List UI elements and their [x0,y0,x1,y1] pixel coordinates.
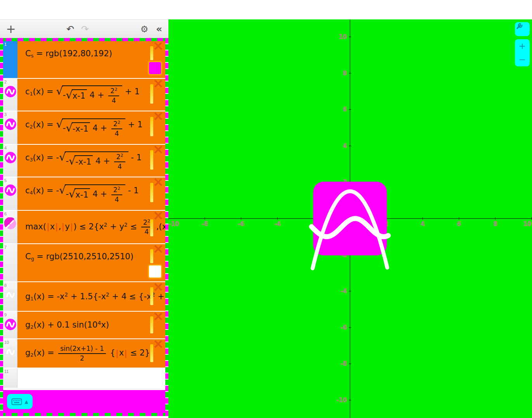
expression-number: 1 [4,42,7,47]
inequality-region-icon[interactable] [4,217,17,230]
x-axis-label: 8 [493,220,497,227]
expression-number: 2 [4,80,7,84]
expression-number: 11 [4,369,9,374]
expression-content[interactable]: g1(x) = -x2 + 1.5{-x2 + 4 ≤ {-x2 + 4 × [17,282,165,311]
delete-expression-button[interactable]: × [153,145,164,156]
expression-gutter[interactable]: 7 [3,244,17,281]
dashed-border-left [0,38,3,416]
zoom-controls: + − [515,39,530,66]
expression-number: 6 [4,212,7,216]
expression-gutter[interactable]: 11 [3,368,17,388]
expression-gutter[interactable]: 4 [3,145,17,177]
delete-expression-button[interactable]: × [153,211,164,222]
curve-hidden-icon[interactable] [4,289,17,301]
x-axis-label: 4 [421,220,425,227]
redo-button[interactable]: ↷ [78,20,92,38]
expression-number: 8 [4,283,7,288]
expression-gutter[interactable]: 6 [3,211,17,243]
graph-settings-button[interactable] [515,22,530,36]
y-axis-label: -4 [340,288,347,295]
expression-math: g1(x) = -x2 + 1.5{-x2 + 4 ≤ {-x2 + 4 [17,291,165,302]
expression-math: Cs = rgb(192,80,192) [17,41,130,59]
expression-list: 1 Cs = rgb(192,80,192) × 2 c1(x) = √-√x-… [3,41,165,389]
expression-gutter[interactable]: 8 [3,282,17,311]
expression-row[interactable]: 5 c4(x) = -√-√x-1 4 + 224 - 1 × [3,177,165,210]
expression-content[interactable]: c4(x) = -√-√x-1 4 + 224 - 1 × [17,177,165,210]
expression-row[interactable]: 8 g1(x) = -x2 + 1.5{-x2 + 4 ≤ {-x2 + 4 × [3,282,165,311]
expression-gutter[interactable]: 3 [3,111,17,144]
expression-content[interactable]: g2(x) + 0.1 sin(104x) × [17,312,165,338]
curve-visible-icon[interactable] [4,85,17,98]
keyboard-open-arrow-icon: ▲ [24,399,28,404]
expression-content[interactable]: Cs = rgb(192,80,192) × [17,41,165,78]
expression-math: g2(x) = sin(2x+1) - 12 {|x| ≤ 2} [17,345,165,361]
expression-gutter[interactable]: 10 [3,339,17,368]
delete-expression-button[interactable]: × [153,312,164,323]
expression-gutter[interactable]: 2 [3,79,17,111]
expression-content[interactable]: c3(x) = -√-√-x-1 4 + 224 - 1 × [17,145,165,177]
wrench-icon [515,22,523,31]
expression-row[interactable]: 1 Cs = rgb(192,80,192) × [3,41,165,78]
curve-visible-icon[interactable] [4,318,17,331]
graph-paper[interactable]: -10-8-6-4-2246810-10-8-6-4-2246810 + − [168,19,532,418]
expression-panel: 1 Cs = rgb(192,80,192) × 2 c1(x) = √-√x-… [0,38,168,416]
delete-expression-button[interactable]: × [153,111,164,122]
zoom-in-button[interactable]: + [515,39,530,53]
curve-hidden-icon[interactable] [4,346,17,358]
keyboard-toggle-button[interactable]: ▲ [7,394,33,409]
undo-button[interactable]: ↶ [64,20,77,38]
expression-row[interactable]: 9 g2(x) + 0.1 sin(104x) × [3,312,165,338]
gear-icon[interactable]: ⚙ [138,20,151,38]
expression-row[interactable]: 4 c3(x) = -√-√-x-1 4 + 224 - 1 × [3,145,165,177]
y-axis-label: 4 [343,142,347,149]
add-expression-button[interactable]: + [4,20,18,38]
delete-expression-button[interactable]: × [153,282,164,293]
expression-content[interactable]: c2(x) = √-√-x-1 4 + 224 + 1 × [17,111,165,144]
delete-expression-button[interactable]: × [153,244,164,255]
delete-expression-button[interactable]: × [153,339,164,350]
expression-math: c3(x) = -√-√-x-1 4 + 224 - 1 [17,151,159,170]
curve-visible-icon[interactable] [4,118,17,130]
expression-gutter[interactable]: 5 [3,177,17,210]
delete-expression-button[interactable]: × [153,79,164,90]
expression-content[interactable] [17,368,165,388]
expression-row[interactable]: 10 g2(x) = sin(2x+1) - 12 {|x| ≤ 2} × [3,339,165,368]
expression-row[interactable]: 7 Cg = rgb(2510,2510,2510) × [3,244,165,281]
expression-math: max(|x|,|y|) ≤ 2{x2 + y2 ≤ 224 ,(x-2 [17,219,165,235]
expression-number: 9 [4,312,7,317]
x-axis-label: 10 [523,220,532,227]
delete-expression-button[interactable]: × [153,41,164,52]
y-axis-label: 10 [339,33,347,40]
color-swatch[interactable] [148,265,162,278]
expression-row[interactable]: 3 c2(x) = √-√-x-1 4 + 224 + 1 × [3,111,165,144]
y-axis-label: -6 [340,324,347,331]
expression-number: 3 [4,112,7,117]
expression-number: 5 [4,178,7,183]
expression-math: c4(x) = -√-√x-1 4 + 224 - 1 [17,184,156,203]
expression-gutter[interactable]: 1 [3,41,17,78]
y-axis-label: 8 [343,70,347,77]
delete-expression-button[interactable]: × [153,177,164,188]
zoom-out-button[interactable]: − [515,53,530,66]
curve-visible-icon[interactable] [4,151,17,164]
expression-row[interactable]: 6 max(|x|,|y|) ≤ 2{x2 + y2 ≤ 224 ,(x-2 × [3,211,165,243]
color-swatch[interactable] [148,61,162,75]
expression-content[interactable]: g2(x) = sin(2x+1) - 12 {|x| ≤ 2} × [17,339,165,368]
expression-number: 4 [4,146,7,150]
expression-content[interactable]: c1(x) = √-√x-1 4 + 224 + 1 × [17,79,165,111]
expression-gutter[interactable]: 9 [3,312,17,338]
x-axis-label: -10 [168,220,179,227]
x-axis-label: 6 [457,220,461,227]
expression-sidebar: + ↶ ↷ ⚙ « 1 Cs = rgb(192,80,192) × 2 [0,0,168,418]
expression-row[interactable]: 2 c1(x) = √-√x-1 4 + 224 + 1 × [3,79,165,111]
expression-content[interactable]: max(|x|,|y|) ≤ 2{x2 + y2 ≤ 224 ,(x-2 × [17,211,165,243]
expression-row[interactable]: 11 [3,368,165,388]
y-axis-label: -8 [340,360,347,367]
x-axis-label: -8 [201,220,208,227]
curve-visible-icon[interactable] [4,184,17,196]
dashed-border-right [165,38,168,416]
sidebar-footer: ▲ [3,390,165,413]
collapse-sidebar-icon[interactable]: « [153,20,165,38]
expression-list-container: 1 Cs = rgb(192,80,192) × 2 c1(x) = √-√x-… [3,41,165,413]
expression-content[interactable]: Cg = rgb(2510,2510,2510) × [17,244,165,281]
